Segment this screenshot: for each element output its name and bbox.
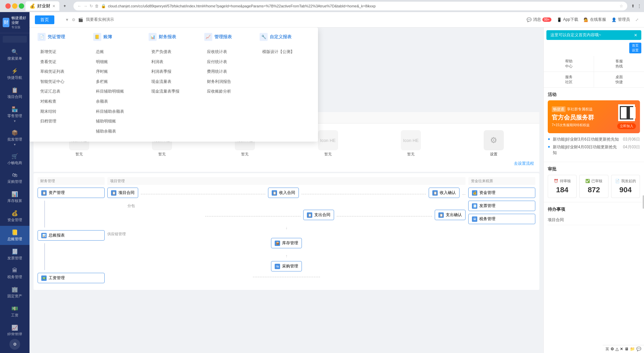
ledger-item-2[interactable]: 明细账 [93, 57, 144, 67]
ledger-item-4[interactable]: 多栏账 [93, 77, 144, 87]
online-service-label: 在线客服 [590, 17, 606, 22]
ledger-item-9[interactable]: 辅助余额表 [93, 127, 144, 137]
sidebar-search-input[interactable] [3, 36, 27, 43]
app-download-button[interactable]: 📱 App下载 [557, 17, 578, 22]
sidebar-item-fixed-assets[interactable]: 🏢固定资产 [0, 283, 30, 302]
ledger-item-5[interactable]: 科目辅助明细账 [93, 87, 144, 97]
tab-home[interactable]: 首页 [35, 15, 54, 24]
mgmt-report-item-1[interactable]: 应收统计表 [204, 47, 255, 57]
sidebar-item-wholesale[interactable]: 📦批发管理▼ [0, 126, 30, 150]
ledger-item-1[interactable]: 总账 [93, 47, 144, 57]
ledger-item-7[interactable]: 科目辅助余额表 [93, 107, 144, 117]
search-dropdown-icon[interactable]: ▼ [65, 17, 69, 22]
sidebar-item-label-retail: 零售管理 [7, 113, 22, 118]
voucher-item-5[interactable]: 凭证汇总表 [38, 87, 88, 97]
sidebar-item-retail[interactable]: 🏪零售管理▼ [0, 103, 30, 126]
fin-report-item-1[interactable]: 资产负债表 [149, 47, 199, 57]
online-service-button[interactable]: 💁 在线客服 [584, 17, 606, 22]
sidebar-item-inventory[interactable]: 📊库存核算 [0, 188, 30, 207]
sidebar-item-project-contract[interactable]: 📋项目合同 [0, 84, 30, 103]
ledger-item-3[interactable]: 序时账 [93, 67, 144, 77]
message-badge: 99+ [542, 17, 551, 22]
browser-chrome: 💰 好业财 ✕ + ← → ↻ 🗑 🔒 cloud.chanjet.com/cc… [0, 0, 644, 12]
sidebar-item-ecommerce[interactable]: 🛒小畅电商 [0, 150, 30, 169]
sidebar-item-label-quick-nav: 快捷导航 [7, 75, 22, 80]
mgmt-report-item-5[interactable]: 应收账龄分析 [204, 87, 255, 97]
mgmt-report-item-4[interactable]: 财务利润报告 [204, 77, 255, 87]
voucher-item-3[interactable]: 草稿凭证列表 [38, 67, 88, 77]
message-button[interactable]: 💬 消息 99+ [527, 17, 551, 22]
tab-close-icon[interactable]: ✕ [52, 4, 55, 8]
delete-icon[interactable]: 🗑 [95, 4, 99, 8]
fin-report-item-3[interactable]: 利润表季报 [149, 67, 199, 77]
user-menu[interactable]: 👤 管理员 [611, 17, 630, 22]
sidebar-gear-button[interactable]: ⚙ [9, 339, 20, 350]
browser-right-controls: ⬆ ⋮ [631, 4, 641, 8]
sidebar-item-label-search: 搜索菜单 [7, 56, 22, 61]
settings-icon[interactable]: ⚙ [72, 17, 75, 22]
custom-report-item-1[interactable]: 模版设计【公测】 [260, 47, 310, 57]
fin-report-item-5[interactable]: 现金流量表季报 [149, 87, 199, 97]
address-bar[interactable]: ← → ↻ 🗑 🔒 cloud.chanjet.com/cc/u6d89qwnr… [73, 2, 627, 10]
demo-icon: 🎬 [78, 17, 83, 22]
sidebar-item-tax[interactable]: 🏛税务管理 [0, 264, 30, 283]
nav-forward-icon[interactable]: → [84, 4, 88, 8]
status-icon-2[interactable]: △ [615, 347, 619, 352]
reload-icon[interactable]: ↻ [90, 4, 93, 8]
financial-report-category-title: 📊 财务报表 [149, 33, 199, 44]
dropdown-arrow-wholesale: ▼ [13, 143, 16, 146]
ledger-item-6[interactable]: 余额表 [93, 97, 144, 107]
voucher-item-4[interactable]: 智能凭证中心 [38, 77, 88, 87]
new-tab-button[interactable]: + [60, 1, 69, 11]
ledger-item-8[interactable]: 辅助明细账 [93, 116, 144, 127]
sidebar-item-ledger[interactable]: 📒总账管理 [0, 226, 30, 245]
sidebar-item-salary[interactable]: 💵工资 [0, 302, 30, 321]
status-icon-4[interactable]: 🖥 [625, 347, 629, 352]
voucher-item-7[interactable]: 期末结转 [38, 107, 88, 117]
voucher-item-8[interactable]: 归档管理 [38, 116, 88, 127]
fin-report-item-4[interactable]: 现金流量表 [149, 77, 199, 87]
ledger-category-title: 📒 账簿 [93, 33, 144, 44]
app-download-label: App下载 [563, 17, 578, 22]
status-icon-1[interactable]: ⚙ [610, 347, 614, 352]
top-right: 💬 消息 99+ 📱 App下载 💁 在线客服 👤 管理员 ⤢ [527, 17, 639, 22]
sidebar-item-search[interactable]: 🔍搜索菜单 [0, 45, 30, 64]
sidebar-item-invoice[interactable]: 🧾发票管理 [0, 245, 30, 264]
translate-icon[interactable]: 英 [605, 347, 609, 352]
financial-report-icon: 📊 [149, 33, 157, 41]
menu-icon[interactable]: ⋮ [637, 4, 641, 8]
status-icon-6[interactable]: 💬 [636, 347, 641, 352]
mgmt-report-item-2[interactable]: 应付统计表 [204, 57, 255, 67]
sidebar-item-operations[interactable]: 📈经营管理 [0, 321, 30, 336]
nav-back-icon[interactable]: ← [77, 4, 82, 8]
sidebar-item-quick-nav[interactable]: ⚡快捷导航 [0, 64, 30, 84]
sidebar-item-icon-inventory: 📊 [11, 191, 18, 197]
dropdown-overlay[interactable]: 📄 凭证管理 新增凭证 查看凭证 草稿凭证列表 智能凭证中心 凭证汇总表 对账检… [30, 28, 644, 353]
top-bar: 首页 ▼ ⚙ 🎬 我要看实例演示 💬 消息 99+ 📱 App下载 💁 [30, 12, 644, 28]
sidebar-item-purchase[interactable]: 🛍采购管理 [0, 169, 30, 188]
bookmark-icon[interactable]: ☆ [620, 4, 623, 8]
voucher-item-2[interactable]: 查看凭证 [38, 57, 88, 67]
window-controls [5, 3, 24, 9]
sidebar-item-label-project-contract: 项目合同 [7, 94, 22, 99]
extension-icon[interactable]: ⬆ [631, 4, 635, 8]
minimize-window-button[interactable] [12, 3, 17, 9]
mgmt-report-item-3[interactable]: 费用统计表 [204, 67, 255, 77]
voucher-item-6[interactable]: 对账检查 [38, 97, 88, 107]
browser-tab-active[interactable]: 💰 好业财 ✕ [25, 1, 59, 11]
sidebar-item-label-ecommerce: 小畅电商 [7, 160, 22, 165]
status-icon-3[interactable]: ✕ [620, 347, 623, 352]
close-window-button[interactable] [5, 3, 11, 9]
maximize-window-button[interactable] [19, 3, 24, 9]
sidebar-item-label-purchase: 采购管理 [7, 179, 22, 184]
sidebar-item-finance[interactable]: 💰资金管理 [0, 207, 30, 226]
sidebar-item-icon-purchase: 🛍 [12, 172, 17, 178]
voucher-item-1[interactable]: 新增凭证 [38, 47, 88, 57]
sidebar-item-icon-tax: 🏛 [12, 267, 17, 273]
demo-link[interactable]: 我要看实例演示 [86, 17, 114, 22]
fin-report-item-2[interactable]: 利润表 [149, 57, 199, 67]
sidebar: 财 畅捷通好业财 专业版 🔍搜索菜单⚡快捷导航📋项目合同🏪零售管理▼📦批发管理▼… [0, 12, 30, 353]
custom-report-category-title: 🔧 自定义报表 [260, 33, 310, 44]
status-icon-5[interactable]: 📁 [630, 347, 635, 352]
expand-icon[interactable]: ⤢ [635, 17, 639, 22]
